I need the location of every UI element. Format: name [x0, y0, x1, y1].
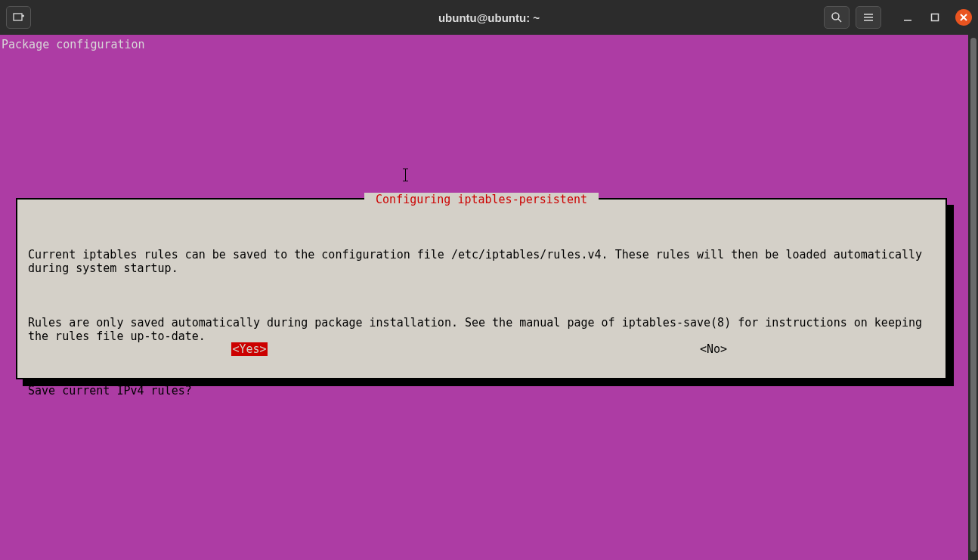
dialog-content: Current iptables rules can be saved to t… — [28, 221, 935, 438]
yes-button[interactable]: <Yes> — [231, 342, 267, 356]
no-button[interactable]: <No> — [700, 342, 727, 356]
scrollprecio-thumb[interactable] — [970, 38, 976, 552]
package-config-header: Package configuration — [2, 38, 145, 51]
dialog-buttons: <Yes> <No> — [17, 342, 946, 356]
window-title: ubuntu@ubuntu: ~ — [438, 11, 540, 24]
window-controls — [901, 9, 972, 26]
new-tab-icon — [13, 11, 25, 23]
config-dialog: Configuring iptables-persistent Current … — [16, 198, 947, 379]
text-cursor-icon — [405, 169, 406, 181]
hamburger-icon — [862, 11, 874, 23]
dialog-question: Save current IPv4 rules? — [28, 384, 935, 398]
dialog-title: Configuring iptables-persistent — [376, 193, 587, 206]
new-tab-button[interactable] — [6, 6, 31, 29]
dialog-paragraph-2: Rules are only saved automatically durin… — [28, 316, 935, 343]
search-button[interactable] — [824, 6, 850, 29]
dialog-title-wrap: Configuring iptables-persistent — [364, 193, 599, 206]
titlebar-right — [824, 6, 972, 29]
minimize-button[interactable] — [901, 11, 915, 24]
hamburger-menu-button[interactable] — [856, 6, 881, 29]
scrollbar-track[interactable] — [968, 35, 978, 560]
dialog-paragraph-1: Current iptables rules can be saved to t… — [28, 248, 935, 275]
maximize-button[interactable] — [928, 11, 942, 24]
close-icon — [960, 14, 967, 21]
search-icon — [831, 11, 843, 23]
svg-point-1 — [832, 13, 839, 20]
svg-rect-0 — [14, 14, 22, 20]
close-button[interactable] — [955, 9, 972, 26]
svg-line-2 — [838, 19, 841, 22]
titlebar: ubuntu@ubuntu: ~ — [0, 0, 978, 35]
terminal-area[interactable]: Package configuration Configuring iptabl… — [0, 35, 978, 560]
maximize-icon — [930, 12, 940, 23]
minimize-icon — [902, 12, 913, 23]
svg-rect-7 — [932, 14, 939, 21]
